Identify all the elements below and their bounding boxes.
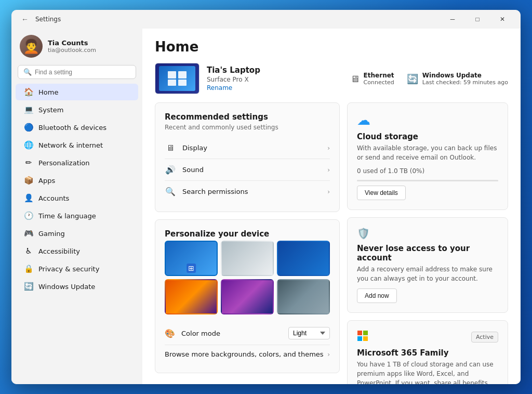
wallpaper-6[interactable]	[277, 279, 330, 314]
svg-rect-2	[168, 80, 176, 86]
system-icon: 💻	[24, 105, 33, 114]
sidebar-item-label: Network & internet	[38, 141, 103, 149]
settings-window: ← Settings ─ □ ✕ 🧑‍🦱 Tia Counts tia@outl…	[11, 10, 521, 384]
content-area: 🧑‍🦱 Tia Counts tia@outlook.com 🔍 🏠 Home …	[11, 29, 521, 384]
sidebar-item-home[interactable]: 🏠 Home	[16, 84, 138, 100]
window-title: Settings	[35, 16, 61, 23]
sidebar-item-apps[interactable]: 📦 Apps	[16, 172, 138, 189]
update-sub: Last checked: 59 minutes ago	[422, 79, 508, 86]
window-controls: ─ □ ✕	[441, 11, 514, 28]
update-label: Windows Update	[422, 72, 508, 79]
back-button[interactable]: ←	[18, 12, 32, 27]
browse-label: Browse more backgrounds, colors, and the…	[165, 350, 327, 358]
sidebar-item-label: Apps	[38, 177, 55, 185]
home-icon: 🏠	[24, 87, 33, 97]
user-email: tia@outlook.com	[48, 47, 96, 54]
network-icon: 🌐	[24, 140, 33, 150]
chevron-icon: ›	[327, 145, 330, 152]
close-button[interactable]: ✕	[490, 11, 514, 28]
device-name: Tia's Laptop	[207, 65, 260, 75]
sidebar-item-personalization[interactable]: ✏️ Personalization	[16, 154, 138, 171]
titlebar: ← Settings ─ □ ✕	[11, 10, 521, 29]
minimize-button[interactable]: ─	[441, 11, 464, 28]
avatar[interactable]: 🧑‍🦱	[20, 35, 43, 58]
wallpapers-grid	[165, 241, 330, 314]
rename-link[interactable]: Rename	[207, 84, 260, 91]
color-mode-label: Color mode	[181, 330, 288, 337]
main-content: Home Tia's Laptop Surface Pro	[142, 29, 521, 384]
sidebar-item-privacy[interactable]: 🔒 Privacy & security	[16, 260, 138, 277]
avatar-image: 🧑‍🦱	[23, 40, 39, 53]
sidebar-item-label: Accounts	[38, 194, 69, 202]
cloud-desc: With available storage, you can back up …	[357, 143, 498, 162]
setting-row-search[interactable]: 🔍 Search permissions ›	[165, 181, 330, 202]
recommended-card: Recommended settings Recent and commonly…	[155, 102, 340, 212]
search-input[interactable]	[35, 69, 130, 76]
sidebar-item-label: Home	[38, 88, 58, 96]
wallpaper-5[interactable]	[221, 279, 274, 314]
active-badge: Active	[471, 332, 498, 343]
personalization-icon: ✏️	[24, 158, 33, 167]
sidebar-item-update[interactable]: 🔄 Windows Update	[16, 278, 138, 295]
search-perm-icon: 🔍	[165, 187, 176, 196]
color-mode-select[interactable]: Light Dark Custom	[288, 327, 330, 339]
sidebar-item-label: Windows Update	[38, 283, 95, 291]
sidebar-item-accessibility[interactable]: ♿ Accessibility	[16, 243, 138, 259]
svg-rect-0	[168, 71, 176, 78]
page-title: Home	[155, 39, 508, 55]
setting-row-display[interactable]: 🖥 Display ›	[165, 137, 330, 159]
wallpaper-2[interactable]	[221, 241, 274, 276]
cloud-icon: ☁️	[357, 112, 498, 128]
cloud-title: Cloud storage	[357, 132, 498, 141]
add-now-button[interactable]: Add now	[357, 288, 397, 303]
ethernet-info: Ethernet Connected	[364, 72, 394, 86]
sidebar-item-network[interactable]: 🌐 Network & internet	[16, 137, 138, 153]
setting-label: Sound	[182, 166, 327, 174]
svg-rect-3	[178, 80, 187, 86]
wallpaper-1[interactable]	[165, 241, 218, 276]
sidebar-item-label: System	[38, 106, 63, 114]
device-thumb-inner	[159, 66, 195, 91]
sidebar: 🧑‍🦱 Tia Counts tia@outlook.com 🔍 🏠 Home …	[11, 29, 142, 384]
ms365-logo	[357, 330, 368, 344]
sidebar-item-label: Time & language	[38, 212, 96, 220]
maximize-button[interactable]: □	[466, 11, 489, 28]
chevron-icon: ›	[327, 166, 330, 174]
search-box[interactable]: 🔍	[18, 65, 136, 79]
user-info: Tia Counts tia@outlook.com	[48, 39, 96, 54]
color-mode-row: 🎨 Color mode Light Dark Custom	[165, 322, 330, 345]
sound-icon: 🔊	[165, 165, 176, 175]
wallpaper-4[interactable]	[165, 279, 218, 314]
user-name: Tia Counts	[48, 39, 96, 47]
browse-row[interactable]: Browse more backgrounds, colors, and the…	[165, 345, 330, 363]
cloud-card: ☁️ Cloud storage With available storage,…	[347, 102, 508, 210]
update-info: Windows Update Last checked: 59 minutes …	[422, 72, 508, 86]
sidebar-item-label: Privacy & security	[38, 265, 99, 273]
sidebar-item-accounts[interactable]: 👤 Accounts	[16, 190, 138, 206]
accounts-icon: 👤	[24, 193, 33, 203]
view-details-button[interactable]: View details	[357, 186, 406, 200]
recommended-subtitle: Recent and commonly used settings	[165, 124, 330, 131]
sidebar-item-label: Gaming	[38, 230, 65, 238]
svg-rect-5	[363, 331, 368, 335]
sidebar-item-time[interactable]: 🕐 Time & language	[16, 207, 138, 224]
sidebar-item-system[interactable]: 💻 System	[16, 101, 138, 118]
personalize-card: Personalize your device 🎨 Color mode	[155, 219, 340, 373]
svg-rect-6	[357, 336, 362, 341]
storage-text: 0 used of 1.0 TB (0%)	[357, 167, 498, 175]
sidebar-item-label: Bluetooth & devices	[38, 124, 107, 132]
setting-label: Display	[182, 144, 327, 152]
sidebar-item-gaming[interactable]: 🎮 Gaming	[16, 225, 138, 242]
wallpaper-3[interactable]	[277, 241, 330, 276]
sidebar-item-label: Accessibility	[38, 247, 80, 255]
color-mode-icon: 🎨	[165, 329, 175, 338]
setting-row-sound[interactable]: 🔊 Sound ›	[165, 159, 330, 181]
device-thumbnail	[155, 63, 200, 94]
ethernet-sub: Connected	[364, 79, 394, 86]
setting-label: Search permissions	[182, 188, 327, 195]
sidebar-item-label: Personalization	[38, 159, 90, 167]
sidebar-item-bluetooth[interactable]: 🔵 Bluetooth & devices	[16, 119, 138, 136]
account-security-title: Never lose access to your account	[357, 244, 498, 262]
svg-rect-1	[178, 71, 187, 78]
account-security-desc: Add a recovery email address to make sur…	[357, 265, 498, 283]
